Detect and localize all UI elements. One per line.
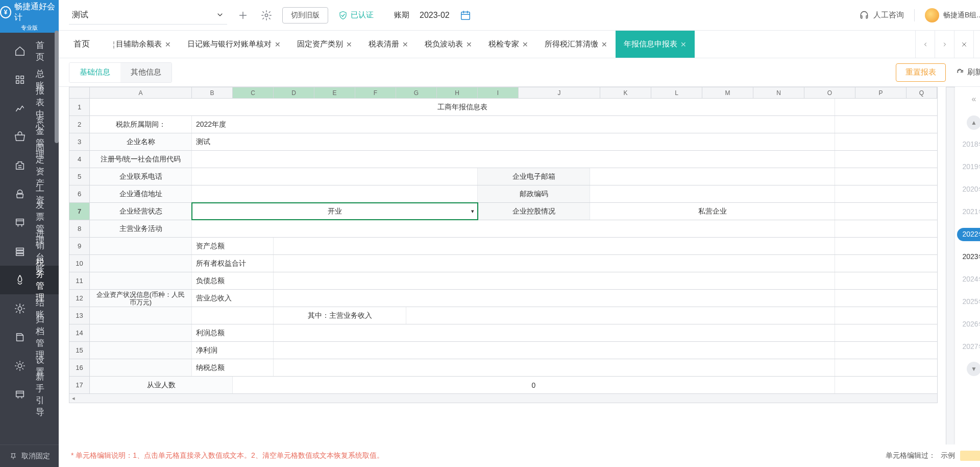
cell[interactable] [90, 255, 192, 272]
support-button[interactable]: 人工咨询 [859, 10, 904, 20]
tab-4[interactable]: 税负波动表✕ [416, 31, 480, 58]
tax-value[interactable] [274, 359, 835, 376]
tab-5[interactable]: 税检专家✕ [480, 31, 536, 58]
select-all-corner[interactable] [69, 87, 90, 98]
reg-code-value[interactable] [192, 151, 835, 168]
net-profit-value[interactable] [274, 342, 835, 359]
cell[interactable] [90, 272, 192, 289]
col-header-J[interactable]: J [519, 87, 600, 98]
user-menu[interactable]: 畅捷通B组... [925, 8, 980, 22]
year-2025年[interactable]: 2025年 [957, 295, 980, 309]
cell[interactable] [90, 359, 192, 376]
main-revenue-value[interactable] [406, 307, 835, 324]
tabs-close-all[interactable] [954, 31, 973, 58]
spreadsheet[interactable]: ABCDEFGHIJKLMNOPQ 1工商年报信息表2税款所属期间：2022年度… [69, 87, 938, 445]
total-assets-label[interactable]: 资产总额 [192, 238, 274, 254]
col-header-B[interactable]: B [192, 87, 233, 98]
old-version-button[interactable]: 切到旧版 [282, 7, 328, 24]
row-header-10[interactable]: 10 [69, 255, 90, 272]
col-header-O[interactable]: O [804, 87, 855, 98]
year-2027年[interactable]: 2027年 [957, 340, 980, 354]
tab-2[interactable]: 固定资产类别✕ [289, 31, 360, 58]
plus-icon[interactable] [237, 10, 249, 21]
total-assets-value[interactable] [274, 238, 835, 254]
tab-1[interactable]: 日记账与银行对账单核对✕ [179, 31, 289, 58]
nav-item-7[interactable]: 进销台账 [0, 237, 59, 266]
row-header-11[interactable]: 11 [69, 272, 90, 289]
reset-button[interactable]: 重置报表 [896, 63, 946, 82]
year-2022年[interactable]: 2022年 [957, 228, 980, 241]
row-header-15[interactable]: 15 [69, 342, 90, 359]
year-2019年[interactable]: 2019年 [957, 160, 980, 174]
equity-value[interactable] [274, 255, 835, 272]
row-header-12[interactable]: 12 [69, 290, 90, 307]
tab-close[interactable]: ✕ [466, 40, 472, 49]
row-header-6[interactable]: 6 [69, 185, 90, 202]
address-label[interactable]: 企业通信地址 [90, 185, 192, 202]
reg-code-label[interactable]: 注册号/统一社会信用代码 [90, 151, 192, 168]
asset-group[interactable] [90, 238, 192, 254]
tab-6[interactable]: 所得税汇算清缴✕ [536, 31, 616, 58]
email-label[interactable]: 企业电子邮箱 [478, 168, 590, 185]
liabilities-value[interactable] [274, 272, 835, 289]
employees-value[interactable]: 0 [233, 377, 835, 393]
nav-item-11[interactable]: 设置 [0, 352, 59, 380]
nav-item-4[interactable]: 固定资产 [0, 151, 59, 180]
equity-label[interactable]: 所有者权益合计 [192, 255, 274, 272]
col-header-L[interactable]: L [651, 87, 702, 98]
status-dropdown[interactable]: 开业 [192, 203, 478, 220]
holding-label[interactable]: 企业控股情况 [478, 203, 590, 220]
rail-collapse[interactable]: « [972, 91, 976, 107]
company-selector[interactable]: 测试 [69, 6, 227, 25]
tab-0[interactable]: ¦目辅助余额表✕ [105, 31, 179, 58]
employees-label[interactable]: 从业人数 [90, 377, 233, 393]
tab-close[interactable]: ✕ [680, 40, 687, 49]
row-header-17[interactable]: 17 [69, 377, 90, 393]
row-header-9[interactable]: 9 [69, 238, 90, 254]
tab-3[interactable]: 税表清册✕ [360, 31, 416, 58]
col-header-F[interactable]: F [355, 87, 396, 98]
postcode-label[interactable]: 邮政编码 [478, 185, 590, 202]
phone-value[interactable] [192, 168, 478, 185]
nav-item-12[interactable]: 新手引导 [0, 380, 59, 409]
year-down[interactable]: ▼ [967, 362, 980, 376]
cell[interactable] [90, 307, 192, 324]
activity-value[interactable] [192, 220, 835, 237]
period-label-cell[interactable]: 税款所属期间： [90, 116, 192, 133]
row-header-14[interactable]: 14 [69, 324, 90, 341]
horizontal-scrollbar[interactable]: ◂ [69, 394, 938, 403]
row-header-13[interactable]: 13 [69, 307, 90, 324]
year-2020年[interactable]: 2020年 [957, 183, 980, 196]
cell[interactable] [90, 324, 192, 341]
cell[interactable] [90, 342, 192, 359]
main-revenue-label[interactable]: 其中：主营业务收入 [274, 307, 406, 324]
nav-item-5[interactable]: 工资 [0, 180, 59, 208]
refresh-button[interactable]: 刷新 [956, 67, 980, 77]
revenue-value[interactable] [274, 290, 835, 307]
tabs-prev[interactable] [915, 31, 935, 58]
nav-item-1[interactable]: 总账 [0, 65, 59, 94]
calendar-icon[interactable] [460, 10, 471, 21]
col-header-G[interactable]: G [396, 87, 437, 98]
company-name-label[interactable]: 企业名称 [90, 133, 192, 150]
nav-item-0[interactable]: 首页 [0, 37, 59, 65]
col-header-H[interactable]: H [437, 87, 478, 98]
profit-value[interactable] [274, 324, 835, 341]
activity-label[interactable]: 主营业务活动 [90, 220, 192, 237]
col-header-K[interactable]: K [600, 87, 651, 98]
tabs-fullscreen[interactable] [973, 31, 980, 58]
col-header-Q[interactable]: Q [906, 87, 937, 98]
year-2018年[interactable]: 2018年 [957, 138, 980, 151]
status-label[interactable]: 企业经营状态 [90, 203, 192, 220]
period-value-cell[interactable]: 2022年度 [192, 116, 835, 133]
unpin-button[interactable]: 取消固定 [0, 445, 59, 467]
net-profit-label[interactable]: 净利润 [192, 342, 274, 359]
year-2021年[interactable]: 2021年 [957, 205, 980, 219]
row-header-8[interactable]: 8 [69, 220, 90, 237]
company-name-value[interactable]: 测试 [192, 133, 835, 150]
col-header-E[interactable]: E [314, 87, 355, 98]
email-value[interactable] [590, 168, 835, 185]
tabs-next[interactable] [935, 31, 954, 58]
revenue-sub-pad[interactable] [192, 307, 274, 324]
nav-item-3[interactable]: 资金管理 [0, 123, 59, 151]
